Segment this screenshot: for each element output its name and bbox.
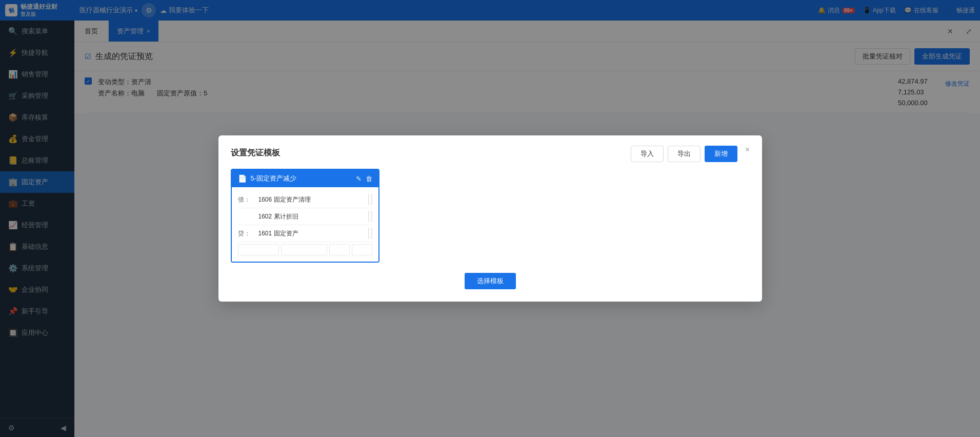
export-button[interactable]: 导出	[668, 146, 701, 162]
debit-col-1	[368, 194, 369, 205]
debit-row-2: 1602 累计折旧	[238, 208, 372, 225]
debit-label-1: 借：	[238, 195, 258, 204]
modal-close-button[interactable]: ×	[742, 144, 754, 156]
debit-amount-cols-1	[368, 194, 372, 205]
empty-row	[238, 242, 372, 257]
template-card: 📄 5-固定资产减少 ✎ 🗑 借： 1606 固定资产清理	[231, 169, 379, 263]
modal-overlay: 设置凭证模板 导入 导出 新增 × 📄 5-固定资产减少 ✎ 🗑 借： 1606	[0, 0, 980, 437]
empty-cell-3	[329, 244, 350, 255]
template-header-actions: ✎ 🗑	[356, 175, 372, 183]
credit-col-2	[371, 228, 372, 239]
credit-amount-cols-1	[368, 228, 372, 239]
template-name: 5-固定资产减少	[251, 174, 352, 183]
debit-amount-cols-2	[368, 211, 372, 222]
empty-cell-4	[352, 244, 372, 255]
select-template-button[interactable]: 选择模板	[465, 273, 516, 289]
credit-col-1	[368, 228, 369, 239]
empty-cell-1	[238, 244, 279, 255]
debit-account-2: 1602 累计折旧	[258, 212, 364, 221]
credit-row-1: 贷： 1601 固定资产	[238, 225, 372, 242]
debit-account-1: 1606 固定资产清理	[258, 195, 364, 204]
debit-col-3	[368, 211, 369, 222]
template-delete-icon[interactable]: 🗑	[366, 175, 372, 183]
debit-col-4	[371, 211, 372, 222]
template-doc-icon: 📄	[238, 174, 247, 183]
new-template-button[interactable]: 新增	[705, 146, 737, 162]
template-modal: 设置凭证模板 导入 导出 新增 × 📄 5-固定资产减少 ✎ 🗑 借： 1606	[218, 135, 762, 302]
empty-cell-2	[281, 244, 327, 255]
debit-col-2	[371, 194, 372, 205]
template-edit-icon[interactable]: ✎	[356, 175, 362, 183]
debit-row-1: 借： 1606 固定资产清理	[238, 191, 372, 208]
template-card-body: 借： 1606 固定资产清理 1602 累计折旧	[232, 187, 378, 262]
credit-label-1: 贷：	[238, 229, 258, 238]
credit-account-1: 1601 固定资产	[258, 229, 364, 238]
template-card-header: 📄 5-固定资产减少 ✎ 🗑	[232, 170, 378, 187]
import-button[interactable]: 导入	[631, 146, 664, 162]
modal-action-buttons: 导入 导出 新增	[631, 146, 737, 162]
